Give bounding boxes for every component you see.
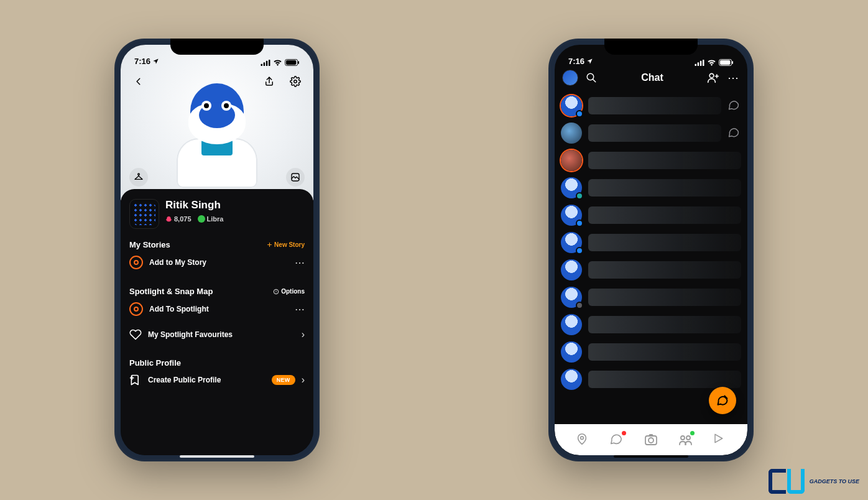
chat-row[interactable] — [561, 338, 741, 366]
chat-preview-blurred — [588, 261, 741, 279]
create-public-profile[interactable]: Create Public Profile NEW › — [129, 368, 305, 392]
chat-avatar[interactable] — [561, 259, 582, 280]
public-profile-title: Public Profile — [129, 358, 305, 368]
add-friend-button[interactable] — [706, 71, 720, 85]
chevron-right-icon: › — [302, 329, 305, 340]
chat-row[interactable] — [561, 229, 741, 256]
more-button[interactable]: ⋯ — [726, 71, 740, 85]
status-time: 7:16 — [134, 57, 150, 66]
spotlight-tab[interactable] — [712, 432, 727, 447]
watermark: GADGETS TO USE — [769, 469, 859, 494]
chat-preview-blurred — [588, 234, 741, 251]
chat-preview-blurred — [588, 343, 741, 361]
chat-avatar[interactable] — [561, 287, 582, 308]
svg-rect-22 — [645, 436, 657, 445]
svg-rect-17 — [720, 60, 731, 65]
snapcode[interactable] — [129, 199, 159, 229]
chat-preview-blurred — [588, 179, 741, 197]
svg-rect-1 — [264, 62, 265, 66]
heart-icon — [129, 328, 142, 341]
svg-rect-14 — [700, 60, 702, 65]
chat-preview-blurred — [588, 124, 721, 142]
svg-rect-12 — [695, 63, 697, 65]
profile-avatar-button[interactable] — [562, 70, 578, 86]
location-arrow-icon — [152, 58, 159, 65]
svg-rect-18 — [732, 61, 733, 64]
chat-title: Chat — [604, 72, 700, 83]
gadgets-to-use-logo-icon — [769, 469, 805, 494]
more-icon[interactable]: ⋯ — [295, 257, 305, 269]
reply-icon[interactable] — [727, 126, 741, 140]
chat-preview-blurred — [588, 289, 741, 306]
svg-point-20 — [709, 73, 714, 78]
wifi-icon — [273, 59, 282, 66]
chat-row[interactable] — [561, 92, 741, 119]
notification-dot-icon — [622, 431, 626, 435]
camera-tab[interactable] — [644, 432, 658, 447]
add-bookmark-icon — [129, 374, 142, 386]
bitmoji-avatar[interactable] — [121, 67, 313, 200]
chat-row[interactable] — [561, 119, 741, 147]
search-button[interactable] — [584, 71, 598, 85]
spotlight-options-button[interactable]: Options — [273, 288, 305, 295]
status-time: 7:16 — [568, 57, 584, 66]
status-dot-icon — [576, 110, 583, 118]
svg-rect-0 — [261, 63, 263, 65]
chat-preview-blurred — [588, 97, 721, 114]
chat-row[interactable] — [561, 256, 741, 284]
snap-score-value: 8,075 — [174, 215, 192, 223]
chat-avatar[interactable] — [561, 205, 582, 226]
cellular-icon — [695, 60, 704, 66]
chat-row[interactable] — [561, 201, 741, 229]
chat-list[interactable] — [555, 91, 747, 424]
chat-avatar[interactable] — [561, 369, 582, 390]
chat-row[interactable] — [561, 174, 741, 201]
svg-point-23 — [649, 438, 653, 443]
snap-score[interactable]: 8,075 — [165, 215, 192, 223]
stories-tab[interactable] — [678, 432, 693, 447]
add-to-my-story[interactable]: Add to My Story ⋯ — [129, 249, 305, 275]
spotlight-favourites[interactable]: My Spotlight Favourites › — [129, 322, 305, 347]
add-to-spotlight[interactable]: Add To Spotlight ⋯ — [129, 296, 305, 322]
favourites-label: My Spotlight Favourites — [148, 330, 295, 339]
svg-marker-26 — [715, 434, 723, 442]
status-dot-icon — [576, 302, 583, 309]
new-chat-fab[interactable] — [709, 387, 736, 414]
chat-avatar[interactable] — [561, 123, 582, 144]
svg-point-25 — [686, 436, 690, 440]
chat-preview-blurred — [588, 316, 741, 333]
outfit-button[interactable] — [129, 168, 148, 187]
create-public-profile-label: Create Public Profile — [148, 376, 265, 384]
background-button[interactable] — [286, 168, 305, 187]
svg-rect-5 — [286, 60, 297, 65]
chat-avatar[interactable] — [561, 150, 582, 171]
chat-avatar[interactable] — [561, 341, 582, 363]
new-badge: NEW — [272, 375, 295, 385]
chevron-right-icon: › — [302, 374, 305, 386]
chat-row[interactable] — [561, 311, 741, 338]
battery-icon — [285, 59, 300, 66]
chat-tab[interactable] — [609, 432, 624, 447]
bottom-nav — [555, 424, 747, 455]
add-to-my-story-label: Add to My Story — [149, 258, 289, 267]
zodiac-badge[interactable]: Libra — [198, 215, 224, 223]
new-story-button[interactable]: New Story — [267, 241, 305, 248]
chat-avatar[interactable] — [561, 95, 582, 116]
profile-name: Ritik Singh — [165, 199, 223, 211]
svg-point-24 — [681, 436, 685, 440]
chat-avatar[interactable] — [561, 177, 582, 198]
camera-icon — [129, 256, 143, 269]
svg-rect-3 — [269, 60, 270, 66]
chat-avatar[interactable] — [561, 232, 582, 253]
my-stories-title: My Stories — [129, 240, 170, 249]
svg-rect-2 — [266, 60, 268, 65]
more-icon[interactable]: ⋯ — [295, 303, 305, 315]
cellular-icon — [261, 60, 270, 66]
chat-row[interactable] — [561, 284, 741, 311]
wifi-icon — [707, 59, 716, 66]
reply-icon[interactable] — [727, 99, 741, 113]
chat-avatar[interactable] — [561, 314, 582, 335]
add-to-spotlight-label: Add To Spotlight — [149, 305, 289, 313]
chat-row[interactable] — [561, 147, 741, 174]
map-tab[interactable] — [575, 432, 590, 447]
